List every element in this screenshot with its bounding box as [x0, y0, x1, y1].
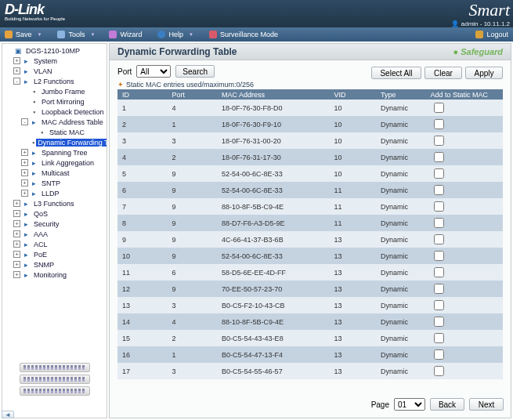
tree-item-label: Multicast: [40, 169, 71, 177]
tree-item[interactable]: +▸Link Aggregation: [2, 158, 107, 168]
tree-item[interactable]: +▸L3 Functions: [2, 198, 107, 208]
add-static-checkbox[interactable]: [434, 317, 444, 327]
tree-toggle-icon[interactable]: +: [13, 57, 20, 64]
tree-toggle-icon[interactable]: +: [13, 230, 20, 237]
add-static-checkbox[interactable]: [434, 251, 444, 261]
tree-item[interactable]: ▪Port Mirroring: [2, 96, 107, 107]
select-all-button[interactable]: Select All: [371, 67, 421, 79]
cell-mac: 4C-66-41-37-B3-6B: [217, 231, 330, 248]
tree-item[interactable]: -▸MAC Address Table: [2, 117, 107, 127]
pager-next-button[interactable]: Next: [469, 398, 504, 411]
toolbar-wizard[interactable]: Wizard: [109, 31, 142, 38]
toolbar-surveillance[interactable]: Surveillance Mode: [209, 31, 278, 38]
port-filter-select[interactable]: All: [136, 65, 171, 78]
tree-toggle-icon[interactable]: +: [13, 241, 20, 248]
add-static-checkbox[interactable]: [434, 185, 444, 195]
tree-item-label: MAC Address Table: [40, 118, 105, 126]
surveillance-icon: [209, 31, 217, 38]
tree-toggle-icon[interactable]: +: [13, 251, 20, 258]
toolbar-tools[interactable]: Tools: [57, 31, 95, 38]
cell-id: 2: [117, 116, 168, 132]
cell-vid: 13: [330, 330, 376, 346]
cell-port: 1: [168, 116, 218, 132]
tree-item[interactable]: +▸Multicast: [2, 168, 107, 178]
cell-mac: B0-C5-F2-10-43-CB: [217, 297, 330, 313]
add-static-checkbox[interactable]: [434, 366, 444, 376]
toolbar-help[interactable]: Help: [157, 31, 193, 38]
tree-toggle-icon[interactable]: +: [13, 220, 20, 227]
add-static-checkbox[interactable]: [434, 152, 444, 162]
tree-item[interactable]: +▸AAA: [2, 229, 107, 239]
pager-page-select[interactable]: 01: [394, 398, 425, 411]
add-static-checkbox[interactable]: [434, 218, 444, 228]
tree-toggle-icon[interactable]: +: [21, 179, 28, 186]
add-static-checkbox[interactable]: [434, 168, 444, 179]
switch-image-1: [20, 363, 90, 372]
tree-toggle-icon[interactable]: -: [21, 118, 28, 125]
tree-item[interactable]: +▸Spanning Tree: [2, 147, 107, 158]
tree-toggle-icon[interactable]: +: [13, 210, 20, 217]
toolbar-save[interactable]: Save: [5, 31, 42, 38]
tree-toggle-icon[interactable]: -: [13, 78, 20, 85]
toolbar-surveillance-label: Surveillance Mode: [220, 31, 278, 38]
add-static-checkbox[interactable]: [434, 119, 444, 129]
cell-port: 9: [168, 281, 218, 297]
tree-toggle-icon[interactable]: +: [13, 200, 20, 207]
tree-item[interactable]: +▸System: [2, 56, 107, 66]
add-static-checkbox[interactable]: [434, 201, 444, 212]
user-label: admin - 10.11.1.2: [451, 20, 510, 27]
apply-button[interactable]: Apply: [465, 67, 503, 79]
tree-item[interactable]: +▸VLAN: [2, 66, 107, 76]
cell-id: 6: [117, 182, 168, 198]
tree-toggle-icon[interactable]: +: [13, 261, 20, 268]
pager-label: Page: [371, 400, 389, 409]
table-row: 12970-EE-50-57-23-7013Dynamic: [117, 281, 503, 297]
folder-icon: ▸: [22, 210, 31, 218]
tree-item[interactable]: +▸Security: [2, 219, 107, 229]
cell-id: 13: [117, 297, 168, 313]
tree-item[interactable]: ▪Jumbo Frame: [2, 86, 107, 96]
add-static-checkbox[interactable]: [434, 284, 444, 294]
cell-mac: 52-54-00-6C-8E-33: [217, 165, 330, 182]
switch-image-2: [20, 375, 90, 384]
tree-item[interactable]: +▸ACL: [2, 239, 107, 249]
sidebar-collapse-button[interactable]: ◄: [2, 411, 14, 418]
folder-icon: ▸: [22, 200, 31, 208]
tree-item[interactable]: ▪Dynamic Forwarding Table: [2, 137, 107, 147]
cell-id: 15: [117, 330, 168, 346]
tree-item[interactable]: +▸SNTP: [2, 178, 107, 188]
search-button[interactable]: Search: [175, 65, 215, 78]
add-static-checkbox[interactable]: [434, 267, 444, 277]
tree-item[interactable]: ▪Loopback Detection: [2, 107, 107, 117]
cell-vid: 10: [330, 132, 376, 149]
cell-id: 12: [117, 281, 168, 297]
tree-item[interactable]: +▸QoS: [2, 208, 107, 219]
tree-item[interactable]: ▪Static MAC: [2, 127, 107, 137]
clear-button[interactable]: Clear: [424, 67, 462, 79]
tree-toggle-icon[interactable]: +: [21, 159, 28, 166]
add-static-checkbox[interactable]: [434, 333, 444, 343]
tree-root[interactable]: ▣ DGS-1210-10MP: [2, 45, 107, 56]
add-static-checkbox[interactable]: [434, 349, 444, 360]
pager-back-button[interactable]: Back: [430, 398, 464, 411]
tree-toggle-icon[interactable]: +: [13, 271, 20, 278]
cell-port: 3: [168, 297, 218, 313]
tree-item[interactable]: +▸Monitoring: [2, 270, 107, 280]
add-static-checkbox[interactable]: [434, 136, 444, 146]
cell-port: 2: [168, 149, 218, 165]
tree-toggle-icon[interactable]: +: [21, 169, 28, 176]
add-static-checkbox[interactable]: [434, 300, 444, 310]
tree-item[interactable]: -▸L2 Functions: [2, 76, 107, 86]
tree-item[interactable]: +▸LLDP: [2, 188, 107, 198]
add-static-checkbox[interactable]: [434, 103, 444, 113]
tree-item[interactable]: +▸PoE: [2, 249, 107, 259]
add-static-checkbox[interactable]: [434, 234, 444, 244]
table-row: 10952-54-00-6C-8E-3313Dynamic: [117, 248, 503, 264]
pager: Page 01 Back Next: [371, 398, 504, 411]
cell-id: 5: [117, 165, 168, 182]
tree-item[interactable]: +▸SNMP: [2, 259, 107, 270]
tree-toggle-icon[interactable]: +: [21, 190, 28, 197]
logout-button[interactable]: Logout: [475, 31, 508, 38]
tree-toggle-icon[interactable]: +: [21, 149, 28, 156]
tree-toggle-icon[interactable]: +: [13, 67, 20, 74]
